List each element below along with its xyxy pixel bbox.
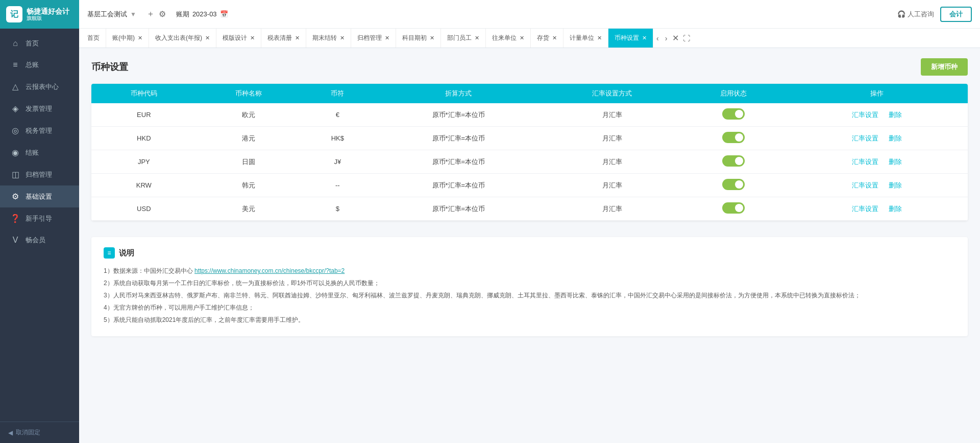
tab-tax[interactable]: 税表清册 ✕ [261, 29, 306, 48]
tab-income[interactable]: 收入支出表(年报) ✕ [149, 29, 216, 48]
delete-link[interactable]: 删除 [889, 134, 902, 142]
sidebar-item-checkout[interactable]: ◉ 结账 [0, 142, 79, 164]
notice-title-text: 说明 [119, 248, 134, 258]
tab-period-end[interactable]: 期末结转 ✕ [306, 29, 351, 48]
delete-link[interactable]: 删除 [889, 181, 902, 189]
tab-period[interactable]: 账(中期) ✕ [106, 29, 149, 48]
tab-prev-btn[interactable]: ‹ [653, 29, 662, 48]
topbar: 基层工会测试 ▼ ＋ ⚙ 账期 2023-03 📅 🎧 人工咨询 会计 [79, 0, 980, 29]
settings-btn[interactable]: ⚙ [159, 9, 166, 19]
notice-list: 1）数据来源：中国外汇交易中心 https://www.chinamoney.c… [104, 265, 955, 326]
close-icon[interactable]: ✕ [475, 35, 479, 41]
enable-toggle[interactable] [722, 155, 745, 167]
expand-btn[interactable]: ⛶ [681, 34, 692, 42]
help-label: 人工咨询 [908, 10, 934, 19]
cell-name: 欧元 [197, 103, 302, 127]
delete-link[interactable]: 删除 [889, 111, 902, 119]
sidebar-item-invoice[interactable]: ◈ 发票管理 [0, 98, 79, 120]
sidebar-item-label: 云报表中心 [26, 82, 59, 91]
invoice-icon: ◈ [10, 104, 20, 113]
cell-status [681, 174, 786, 197]
external-link[interactable]: https://www.chinamoney.com.cn/chinese/bk… [194, 267, 345, 274]
cell-action: 汇率设置 删除 [786, 103, 968, 127]
cell-code: JPY [91, 150, 197, 174]
logo-sub: 旗舰版 [27, 15, 69, 21]
cell-status [681, 103, 786, 127]
cell-symbol: HK$ [301, 127, 374, 150]
close-icon[interactable]: ✕ [430, 35, 434, 41]
tab-inventory[interactable]: 存货 ✕ [531, 29, 564, 48]
sidebar-item-tax[interactable]: ◎ 税务管理 [0, 120, 79, 142]
rate-settings-link[interactable]: 汇率设置 [852, 134, 878, 142]
collapse-icon: ◀ [8, 429, 13, 436]
close-icon[interactable]: ✕ [642, 35, 647, 41]
tab-next-btn[interactable]: › [662, 29, 671, 48]
sidebar-logo: 记 畅捷通好会计 旗舰版 [0, 0, 79, 29]
enable-toggle[interactable] [722, 179, 745, 190]
sidebar-collapse-btn[interactable]: ◀ 取消固定 [0, 422, 79, 443]
notice-item: 3）人民币对马来西亚林吉特、俄罗斯卢布、南非兰特、韩元、阿联酋迪拉姆、沙特里亚尔… [104, 289, 955, 301]
help-button[interactable]: 🎧 人工咨询 [897, 10, 934, 19]
sidebar-item-guide[interactable]: ❓ 新手引导 [0, 207, 79, 229]
project-selector[interactable]: 基层工会测试 ▼ [87, 10, 136, 19]
sidebar-item-archive[interactable]: ◫ 归档管理 [0, 164, 79, 185]
close-icon[interactable]: ✕ [138, 35, 142, 41]
tab-period-end-label: 期末结转 [312, 34, 337, 42]
tab-home[interactable]: 首页 [81, 29, 106, 48]
tab-subject[interactable]: 科目期初 ✕ [396, 29, 441, 48]
cell-symbol: € [301, 103, 374, 127]
period-label: 账期 [176, 10, 189, 19]
cell-rate-type: 月汇率 [543, 197, 680, 221]
rate-settings-link[interactable]: 汇率设置 [852, 158, 878, 166]
new-currency-btn[interactable]: 新增币种 [921, 58, 968, 76]
tab-currency[interactable]: 币种设置 ✕ [608, 29, 653, 48]
enable-toggle[interactable] [722, 202, 745, 214]
delete-link[interactable]: 删除 [889, 158, 902, 166]
notice-item: 2）系统自动获取每月第一个工作日的汇率标价，统一为直接标价法，即1外币可以兑换的… [104, 277, 955, 289]
cell-calc: 原币*汇率=本位币 [374, 103, 543, 127]
sidebar-item-ledger[interactable]: ≡ 总账 [0, 54, 79, 76]
add-project-btn[interactable]: ＋ [146, 9, 155, 19]
sidebar-item-reports[interactable]: △ 云报表中心 [0, 76, 79, 98]
tab-dept[interactable]: 部门员工 ✕ [441, 29, 486, 48]
sidebar-item-label: 税务管理 [26, 126, 52, 135]
tab-partners[interactable]: 往来单位 ✕ [486, 29, 531, 48]
tab-partners-label: 往来单位 [492, 34, 517, 42]
col-name: 币种名称 [197, 84, 302, 103]
home-icon: ⌂ [10, 39, 20, 48]
sidebar-navigation: ⌂ 首页 ≡ 总账 △ 云报表中心 ◈ 发票管理 ◎ 税务管理 ◉ 结账 ◫ 归… [0, 29, 79, 422]
rate-settings-link[interactable]: 汇率设置 [852, 205, 878, 213]
rate-settings-link[interactable]: 汇率设置 [852, 111, 878, 119]
cell-calc: 原币*汇率=本位币 [374, 174, 543, 197]
close-icon[interactable]: ✕ [552, 35, 557, 41]
account-role-btn[interactable]: 会计 [940, 7, 972, 22]
cell-action: 汇率设置 删除 [786, 127, 968, 150]
tab-template[interactable]: 模版设计 ✕ [216, 29, 261, 48]
sidebar-item-settings[interactable]: ⚙ 基础设置 [0, 185, 79, 207]
enable-toggle[interactable] [722, 132, 745, 143]
close-all-tabs-btn[interactable]: ✕ [670, 33, 681, 43]
tab-period-label: 账(中期) [112, 34, 135, 42]
close-icon[interactable]: ✕ [340, 35, 345, 41]
tab-unit[interactable]: 计量单位 ✕ [564, 29, 608, 48]
rate-settings-link[interactable]: 汇率设置 [852, 181, 878, 189]
sidebar-item-member[interactable]: V 畅会员 [0, 229, 79, 251]
delete-link[interactable]: 删除 [889, 205, 902, 213]
ledger-icon: ≡ [10, 60, 20, 69]
cell-action: 汇率设置 删除 [786, 150, 968, 174]
close-icon[interactable]: ✕ [597, 35, 602, 41]
tab-archive[interactable]: 归档管理 ✕ [351, 29, 396, 48]
enable-toggle[interactable] [722, 108, 745, 120]
cell-status [681, 127, 786, 150]
close-icon[interactable]: ✕ [205, 35, 210, 41]
period-selector[interactable]: 账期 2023-03 📅 [176, 10, 228, 19]
close-icon[interactable]: ✕ [295, 35, 300, 41]
sidebar-item-label: 归档管理 [26, 170, 52, 179]
cell-rate-type: 月汇率 [543, 103, 680, 127]
close-icon[interactable]: ✕ [520, 35, 524, 41]
tab-archive-label: 归档管理 [357, 34, 382, 42]
close-icon[interactable]: ✕ [385, 35, 389, 41]
sidebar-item-label: 发票管理 [26, 104, 52, 113]
close-icon[interactable]: ✕ [250, 35, 255, 41]
sidebar-item-home[interactable]: ⌂ 首页 [0, 33, 79, 54]
